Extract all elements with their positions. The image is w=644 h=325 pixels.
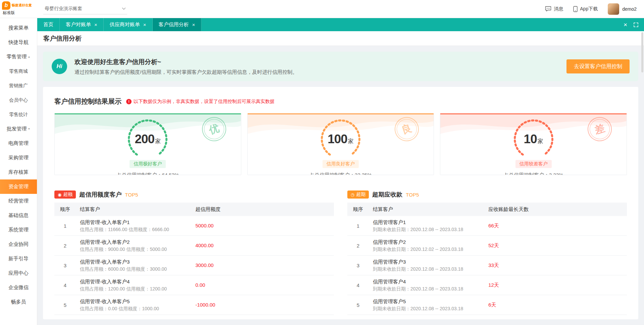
customer-count: 200 (135, 132, 154, 146)
topbar-actions: 消息 App下载 demo2 (545, 3, 644, 15)
customer-name: 信用管理-收入单客户3 (80, 259, 187, 265)
sidebar: 搜索菜单 快捷导航 零售管理 ▲ 零售商城 营销推广 会员中心 零售统计 批发管… (0, 18, 37, 325)
sidebar-item-会员中心[interactable]: 会员中心 (0, 93, 37, 107)
customer-cell: 信用管理客户3 到期未收款日期：2020.12.08 -- 2023.03.18 (369, 256, 484, 275)
sidebar-item-经营管理[interactable]: 经营管理 (0, 194, 37, 208)
sidebar-item-系统管理[interactable]: 系统管理 (0, 223, 37, 237)
sidebar-item-企业协同[interactable]: 企业协同 (0, 237, 37, 252)
welcome-banner: Hi 欢迎使用好生意客户信用分析~ 通过控制结算客户的信用额度/信用期限，可实时… (43, 52, 638, 81)
page-title: 客户信用分析 (43, 34, 82, 43)
sidebar-item-资金管理[interactable]: 资金管理 (0, 179, 37, 194)
sidebar-item-营销推广[interactable]: 营销推广 (0, 78, 37, 93)
warning-icon: ! (126, 99, 132, 104)
credit-stat-card: 优 200 家 信用极好客户 占总信用控制客户：64.52% (54, 113, 241, 175)
sidebar-item-label: 零售商城 (9, 68, 28, 74)
sidebar-item-零售统计[interactable]: 零售统计 (0, 107, 37, 122)
scrollbar-thumb[interactable] (641, 32, 643, 72)
customer-cell: 信用管理-收入单客户4 信用占用额：1200.00 信用额度：1200.00 (76, 275, 191, 295)
target-icon: ◉ (58, 193, 61, 197)
sidebar-item-电商管理[interactable]: 电商管理 (0, 136, 37, 151)
table-row: 5 信用管理-收入单客户5 信用占用额：0.00 信用额度：1000.00 -1… (54, 295, 334, 315)
user-menu[interactable]: demo2 (608, 3, 637, 15)
tab-bar: 首页 客户对账单 × 供应商对账单 × 客户信用分析 × × (37, 18, 644, 31)
top5-label: TOP5 (406, 192, 419, 198)
sidebar-item-企业微信[interactable]: 企业微信 (0, 280, 37, 295)
sidebar-item-采购管理[interactable]: 采购管理 (0, 151, 37, 165)
grade-stamp-text: 良 (400, 121, 414, 137)
sidebar-item-label: 资金管理 (8, 183, 29, 190)
column-header: 结算客户 (369, 203, 484, 216)
sidebar-item-快捷导航[interactable]: 快捷导航 (0, 35, 37, 50)
sidebar-item-搜索菜单[interactable]: 搜索菜单 (0, 21, 37, 35)
sidebar-item-新手引导[interactable]: 新手引导 (0, 252, 37, 266)
brand-name: 畅捷通好生意 (12, 3, 32, 8)
top5-table: 顺序结算客户应收账龄最长天数 1 信用管理客户1 到期未收款日期：2020.12… (347, 203, 627, 315)
tab-客户信用分析[interactable]: 客户信用分析 × (153, 18, 202, 31)
row-index: 4 (347, 275, 369, 295)
credit-stat-card: 良 100 家 信用良好客户 占总信用控制客户：32.25% (247, 113, 434, 175)
setup-credit-control-button[interactable]: 去设置客户信用控制 (566, 59, 630, 73)
sidebar-item-label: 畅多员 (11, 299, 26, 305)
sidebar-item-批发管理[interactable]: 批发管理 ▼ (0, 122, 37, 136)
tab-label: 客户对账单 (66, 21, 91, 28)
customer-detail: 到期未收款日期：2020.12.08 -- 2023.03.18 (373, 306, 480, 312)
stat-cards-row: 优 200 家 信用极好客户 占总信用控制客户：64.52% 良 100 家 信… (54, 113, 627, 175)
sidebar-item-应用中心[interactable]: 应用中心 (0, 266, 37, 280)
sidebar-item-label: 企业协同 (8, 241, 29, 248)
top5-label: TOP5 (125, 192, 138, 198)
row-value: 52天 (488, 242, 499, 248)
sidebar-item-零售管理[interactable]: 零售管理 ▲ (0, 50, 37, 64)
count-unit: 家 (155, 138, 161, 145)
sidebar-item-label: 零售统计 (9, 112, 28, 118)
sidebar-item-label: 搜索菜单 (8, 25, 29, 31)
row-index: 2 (347, 236, 369, 256)
sidebar-item-畅多员[interactable]: 畅多员 (0, 295, 37, 309)
tag-label: 超额 (63, 192, 72, 198)
customer-cell: 信用管理-收入单客户3 信用占用额：6000.00 信用额度：3000.00 (76, 256, 191, 275)
column-header: 结算客户 (76, 203, 191, 216)
sidebar-item-label: 零售管理 (7, 54, 27, 60)
row-index: 5 (347, 295, 369, 315)
tab-close-icon[interactable]: × (94, 22, 97, 27)
caret-icon: ▲ (28, 55, 31, 58)
top5-table-block: ◉ 超额 超信用额度客户 TOP5 顺序结算客户超信用额度 1 信用管理-收入单… (54, 191, 334, 315)
sidebar-item-label: 快捷导航 (8, 39, 29, 46)
tab-close-icon[interactable]: × (143, 22, 146, 27)
section-head: 客户信用控制结果展示 ! 以下数据仅为示例，非真实数据，设置了信用控制后可展示真… (54, 97, 627, 106)
top5-table: 顺序结算客户超信用额度 1 信用管理-收入单客户1 信用占用额：11666.00… (54, 203, 334, 315)
tab-close-icon[interactable]: × (192, 22, 195, 27)
tab-客户对账单[interactable]: 客户对账单 × (60, 18, 104, 31)
messages-button[interactable]: 消息 (545, 6, 563, 12)
customer-name: 信用管理-收入单客户2 (80, 239, 187, 246)
edition-label: 标准版 (2, 10, 35, 16)
demo-data-note: ! 以下数据仅为示例，非真实数据，设置了信用控制后可展示真实数据 (126, 99, 275, 105)
tab-首页[interactable]: 首页 (37, 18, 60, 31)
brand-logo-icon: b (2, 1, 10, 10)
table-header: ◷ 超期 超期应收款 TOP5 (347, 191, 627, 199)
table-row: 1 信用管理-收入单客户1 信用占用额：11666.00 信用额度：6666.0… (54, 216, 334, 236)
row-value: 33天 (488, 262, 499, 268)
customer-cell: 信用管理-收入单客户1 信用占用额：11666.00 信用额度：6666.00 (76, 216, 191, 236)
sidebar-item-基础信息[interactable]: 基础信息 (0, 208, 37, 223)
row-value: 66天 (488, 223, 499, 228)
sidebar-item-零售商城[interactable]: 零售商城 (0, 64, 37, 78)
tab-供应商对账单[interactable]: 供应商对账单 × (104, 18, 153, 31)
sidebar-item-库存核算[interactable]: 库存核算 (0, 165, 37, 179)
grade-stamp-text: 差 (593, 121, 606, 137)
customer-cell: 信用管理-收入单客户5 信用占用额：0.00 信用额度：1000.00 (76, 295, 191, 315)
account-selector[interactable]: 母婴行业演示账套 (43, 4, 127, 14)
value-cell: 12天 (484, 275, 627, 295)
count-unit: 家 (348, 138, 354, 145)
table-row: 2 信用管理客户2 到期未收款日期：2020.12.02 -- 2023.03.… (347, 236, 627, 256)
value-cell: 33天 (484, 256, 627, 275)
row-index: 5 (54, 295, 76, 315)
close-icon[interactable]: × (624, 21, 627, 28)
customer-detail: 信用占用额：6000.00 信用额度：3000.00 (80, 266, 187, 272)
avatar (608, 3, 619, 15)
fullscreen-icon[interactable] (633, 22, 639, 28)
customer-name: 信用管理客户1 (373, 219, 480, 226)
app-download-button[interactable]: App下载 (573, 6, 598, 12)
table-row: 4 信用管理客户4 到期未收款日期：2020.12.08 -- 2023.03.… (347, 275, 627, 295)
table-tag-badge: ◉ 超额 (54, 191, 76, 199)
stat-caption: 占总信用控制客户：64.52% (55, 172, 241, 175)
